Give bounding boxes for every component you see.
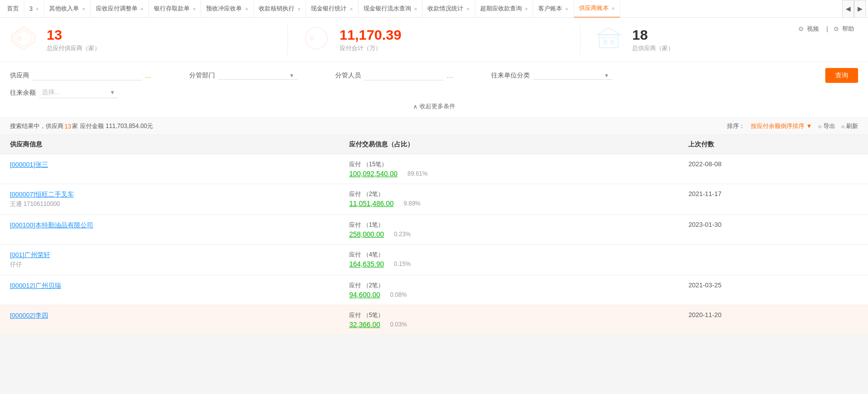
sort-label: 排序： xyxy=(727,122,745,131)
tx-block: 应付 （4笔） 164,635.90 0.15% xyxy=(349,251,688,268)
nav-tab-home[interactable]: 首页 xyxy=(2,0,24,18)
summary-text-total-suppliers: 18 总供应商（家） xyxy=(632,27,674,53)
row-last-pay: 2020-11-20 xyxy=(688,311,858,319)
filter-row-1: 供应商 … 分管部门 ▼ 分管人员 … 往来单位分类 ▼ 查询 xyxy=(10,68,858,83)
balance-chevron-icon: ▼ xyxy=(110,89,115,95)
nav-tab-close-supplier-account[interactable]: × xyxy=(612,5,615,11)
nav-tab-receipt-verify[interactable]: 收款核销执行× xyxy=(254,0,306,18)
tx-amount-value[interactable]: 100,092,540.00 xyxy=(349,170,397,178)
tx-amount-value[interactable]: 164,635.90 xyxy=(349,260,384,268)
nav-tab-prepay-offset[interactable]: 预收冲应收单× xyxy=(201,0,253,18)
supplier-name-link[interactable]: [000012]广州贝瑞 xyxy=(10,281,349,290)
filter-row-2: 往来余额 选择... ▼ xyxy=(10,87,858,98)
filter-label-balance: 往来余额 xyxy=(10,88,36,97)
tx-amount-value[interactable]: 32,366.00 xyxy=(349,321,380,328)
nav-tab-close-other-income[interactable]: × xyxy=(82,6,85,12)
row-transaction-info: 应付 （4笔） 164,635.90 0.15% xyxy=(349,251,688,268)
sort-select[interactable]: 按应付余额倒序排序 ▼ xyxy=(751,122,812,131)
nav-tab-close-receipt-verify[interactable]: × xyxy=(297,6,300,12)
nav-tab-close-ap-adjust[interactable]: × xyxy=(141,6,144,12)
nav-tab-overdue-query[interactable]: 超期应收款查询× xyxy=(475,0,533,18)
tx-amount-value[interactable]: 94,600.00 xyxy=(349,291,380,299)
row-transaction-info: 应付 （5笔） 32,366.00 0.03% xyxy=(349,311,688,328)
collapse-more-conditions-btn[interactable]: ∧ 收起更多条件 xyxy=(10,102,858,111)
filter-select-unit-category[interactable]: ▼ xyxy=(533,71,612,80)
nav-tab-close-customer-account[interactable]: × xyxy=(565,6,568,12)
help-link[interactable]: ⊙ 帮助 xyxy=(834,25,856,32)
tx-label: 应付 xyxy=(349,221,361,228)
table-row: [000001]张三 应付 （15笔） 100,092,540.00 89.61… xyxy=(0,154,868,184)
row-transaction-info: 应付 （15笔） 100,092,540.00 89.61% xyxy=(349,160,688,178)
summary-divider-2 xyxy=(580,25,580,55)
nav-tab-bank-deposit[interactable]: 银行存取款单× xyxy=(149,0,201,18)
nav-tab-close-prepay-offset[interactable]: × xyxy=(245,6,248,12)
header-col-transaction: 应付交易信息（占比） xyxy=(349,140,688,149)
nav-tab-close-bank-deposit[interactable]: × xyxy=(193,6,196,12)
tx-amount-row: 94,600.00 0.08% xyxy=(349,291,688,299)
supplier-name-link[interactable]: [000002]李四 xyxy=(10,311,349,320)
summary-text-payable-total: 11,170.39 应付合计（万） xyxy=(340,27,402,53)
nav-tab-close-cash-bank-stat[interactable]: × xyxy=(350,6,353,12)
nav-tab-t3[interactable]: 3× xyxy=(24,0,44,18)
filter-label-unit-category: 往来单位分类 xyxy=(491,71,530,80)
supplier-name-link[interactable]: [000001]张三 xyxy=(10,160,349,169)
row-supplier-info: [000001]张三 xyxy=(10,160,349,169)
nav-tab-cash-bank-stat[interactable]: 现金银行统计× xyxy=(306,0,358,18)
nav-tab-cash-bank-flow[interactable]: 现金银行流水查询× xyxy=(359,0,423,18)
person-search-dots[interactable]: … xyxy=(446,71,453,79)
supplier-name-link[interactable]: [001]广州荣轩 xyxy=(10,251,349,260)
row-supplier-info: [000007]恒旺二手叉车 王通 17106110000 xyxy=(10,190,349,208)
tx-label-count: 应付 （15笔） xyxy=(349,160,688,169)
tx-percent-value: 89.61% xyxy=(408,170,428,177)
summary-card-payable-total: ¥ 11,170.39 应付合计（万） xyxy=(303,25,566,55)
filter-input-supplier[interactable] xyxy=(32,70,142,80)
filter-item-balance: 往来余额 选择... ▼ xyxy=(10,87,118,98)
payable-total-amount: 11,170.39 xyxy=(340,27,402,43)
nav-tab-close-receipt-stat[interactable]: × xyxy=(466,6,469,12)
filter-item-dept: 分管部门 ▼ xyxy=(189,71,297,80)
tx-label-count: 应付 （1笔） xyxy=(349,221,688,229)
nav-arrow-left[interactable]: ◀ xyxy=(842,0,854,18)
tx-percent-value: 0.15% xyxy=(394,261,411,267)
tx-count: （1笔） xyxy=(363,221,384,228)
nav-tab-close-t3[interactable]: × xyxy=(36,6,39,12)
filter-select-balance[interactable]: 选择... ▼ xyxy=(39,87,118,98)
search-button[interactable]: 查询 xyxy=(825,68,858,83)
tx-amount-row: 258,000.00 0.23% xyxy=(349,230,688,238)
sort-arrow-icon: ▼ xyxy=(806,123,812,130)
video-link[interactable]: ⊙ 视频 xyxy=(798,25,821,32)
supplier-search-dots[interactable]: … xyxy=(145,71,151,79)
supplier-sub-info: 王通 17106110000 xyxy=(10,200,349,208)
supplier-name-link[interactable]: [000100]本特勤油品有限公司 xyxy=(10,221,349,230)
nav-tab-close-overdue-query[interactable]: × xyxy=(525,6,528,12)
nav-tab-other-income[interactable]: 其他收入单× xyxy=(44,0,90,18)
diamond-icon: ◇ xyxy=(10,25,40,55)
nav-arrow-right[interactable]: ▶ xyxy=(854,0,866,18)
nav-tab-customer-account[interactable]: 客户账本× xyxy=(533,0,574,18)
filter-input-person[interactable] xyxy=(364,70,443,80)
refresh-button[interactable]: ○ 刷新 xyxy=(841,122,858,131)
tx-amount-value[interactable]: 258,000.00 xyxy=(349,230,384,238)
tx-amount-value[interactable]: 11,051,486.00 xyxy=(349,199,394,207)
filter-item-unit-category: 往来单位分类 ▼ xyxy=(491,71,612,80)
svg-rect-7 xyxy=(603,40,607,45)
table-header: 供应商信息 应付交易信息（占比） 上次付数 xyxy=(0,135,868,154)
result-right-actions: 排序： 按应付余额倒序排序 ▼ ○ 导出 ○ 刷新 xyxy=(727,122,858,131)
shop-icon xyxy=(595,25,625,55)
tx-percent-value: 0.23% xyxy=(394,231,411,238)
nav-tab-close-cash-bank-flow[interactable]: × xyxy=(414,6,417,12)
tx-amount-row: 164,635.90 0.15% xyxy=(349,260,688,268)
header-col-lastpay: 上次付数 xyxy=(688,140,858,149)
nav-tab-ap-adjust[interactable]: 应收应付调整单× xyxy=(91,0,149,18)
table-row: [000012]广州贝瑞 应付 （2笔） 94,600.00 0.08% 202… xyxy=(0,275,868,305)
nav-tab-receipt-stat[interactable]: 收款情况统计× xyxy=(423,0,475,18)
supplier-name-link[interactable]: [000007]恒旺二手叉车 xyxy=(10,190,349,199)
tx-block: 应付 （5笔） 32,366.00 0.03% xyxy=(349,311,688,328)
tx-amount-row: 32,366.00 0.03% xyxy=(349,321,688,328)
filter-select-dept[interactable]: ▼ xyxy=(218,71,297,80)
tx-percent-value: 9.89% xyxy=(404,200,421,207)
header-col-supplier: 供应商信息 xyxy=(10,140,349,149)
nav-tab-supplier-account[interactable]: 供应商账本× xyxy=(574,0,620,18)
export-label: 导出 xyxy=(823,122,835,131)
export-button[interactable]: ○ 导出 xyxy=(818,122,835,131)
